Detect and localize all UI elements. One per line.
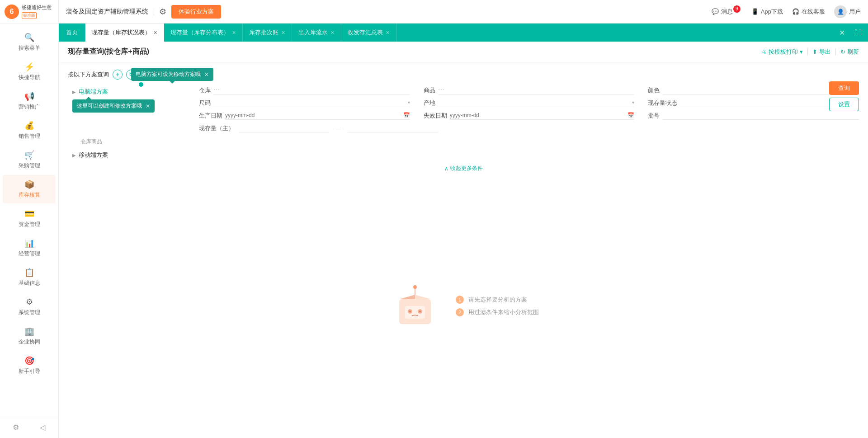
sidebar-item-label: 搜索菜单: [19, 44, 40, 52]
svg-point-4: [409, 311, 411, 312]
sidebar-logo: 6 畅捷通好生意 标准版: [0, 0, 58, 24]
field-origin-input[interactable]: [438, 99, 632, 106]
tab-close-all-btn[interactable]: ✕: [835, 26, 848, 39]
filter-row1: 仓库 ⋯ 商品 ⋯: [199, 86, 859, 94]
filter-add-scheme-btn[interactable]: +: [113, 70, 123, 80]
set-button[interactable]: 设置: [829, 98, 859, 111]
app-download-btn[interactable]: 📱 App下载: [751, 8, 783, 16]
tab-home[interactable]: 首页: [59, 24, 85, 42]
settings-gear-btn[interactable]: ⚙: [156, 5, 170, 19]
tab-inventory-dist-close[interactable]: ✕: [232, 30, 236, 36]
field-qty-from-input[interactable]: [239, 124, 329, 131]
size-dropdown-icon[interactable]: ▾: [408, 100, 410, 105]
header-left: 装备及固定资产辅助管理系统 ⚙ 体验行业方案: [66, 5, 221, 19]
tab-inventory-status[interactable]: 现存量（库存状况表） ✕: [85, 24, 164, 42]
tab-in-out-flow[interactable]: 出入库流水 ✕: [292, 24, 341, 42]
sidebar-item-purchase[interactable]: 🛒 采购管理: [3, 146, 56, 174]
sidebar-item-operation[interactable]: 📊 经营管理: [3, 234, 56, 262]
field-size-input[interactable]: [213, 99, 408, 106]
template-print-btn[interactable]: 🖨 按模板打印 ▾: [761, 48, 803, 56]
tooltip-scheme-create-close[interactable]: ✕: [146, 103, 150, 109]
field-production-date-label: 生产日期: [199, 112, 222, 120]
field-inventory-status: 现存量状态 ▾: [648, 99, 859, 107]
field-expiry-date-input[interactable]: [450, 112, 628, 118]
collapse-row: ∧ 收起更多条件: [68, 161, 859, 174]
collapse-btn[interactable]: ∧ 收起更多条件: [444, 165, 483, 172]
empty-illustration: [388, 279, 442, 333]
product-dots-icon[interactable]: ⋯: [438, 86, 444, 93]
scheme-desktop-label: 电脑端方案: [79, 88, 108, 96]
field-production-date-control[interactable]: 📅: [225, 112, 410, 120]
tab-inventory-dist[interactable]: 现存量（库存分布表） ✕: [164, 24, 243, 42]
message-icon: 💬: [712, 8, 719, 15]
empty-state: 1 请先选择要分析的方案 2 用过滤条件来缩小分析范围: [59, 174, 868, 438]
sidebar-item-marketing[interactable]: 📢 营销推广: [3, 87, 56, 115]
field-size-control[interactable]: ▾: [213, 99, 410, 107]
tab-inventory-status-close[interactable]: ✕: [153, 30, 157, 36]
sidebar-item-quick-nav[interactable]: ⚡ 快捷导航: [3, 57, 56, 86]
production-date-cal-icon[interactable]: 📅: [403, 112, 410, 118]
field-qty-from-control[interactable]: [239, 124, 329, 132]
refresh-btn[interactable]: ↻ 刷新: [840, 48, 859, 56]
sidebar-item-basic[interactable]: 📋 基础信息: [3, 263, 56, 292]
building-icon: 🏢: [24, 326, 34, 336]
export-btn[interactable]: ⬆ 导出: [812, 48, 831, 56]
field-production-date: 生产日期 📅: [199, 112, 410, 120]
sidebar-item-inventory[interactable]: 📦 库存核算: [3, 175, 56, 203]
field-expiry-date-control[interactable]: 📅: [450, 112, 635, 120]
app-download-label: App下载: [761, 8, 783, 16]
sidebar-item-finance[interactable]: 💳 资金管理: [3, 204, 56, 233]
logo-badge: 标准版: [22, 12, 37, 19]
field-batch-no-label: 批号: [648, 112, 660, 120]
sidebar-item-enterprise[interactable]: 🏢 企业协同: [3, 322, 56, 350]
sidebar-item-sales[interactable]: 💰 销售管理: [3, 116, 56, 145]
tab-in-out-flow-close[interactable]: ✕: [330, 30, 335, 36]
search-button[interactable]: 查询: [829, 81, 859, 95]
industry-plan-button[interactable]: 体验行业方案: [171, 5, 221, 19]
collapse-sidebar-btn[interactable]: ◁: [36, 421, 49, 433]
field-batch-no-input[interactable]: [662, 112, 859, 118]
settings-bottom-btn[interactable]: ⚙: [9, 421, 22, 433]
hint-num-2: 2: [456, 308, 464, 316]
field-qty-to-input[interactable]: [348, 124, 438, 131]
collapse-up-icon: ∧: [444, 165, 448, 172]
origin-dropdown-icon[interactable]: ▾: [632, 100, 634, 105]
warehouse-dots-icon[interactable]: ⋯: [213, 86, 220, 93]
tooltip-scheme-mobile-close[interactable]: ✕: [204, 71, 209, 78]
field-origin-control[interactable]: ▾: [438, 99, 635, 107]
online-service-btn[interactable]: 🎧 在线客服: [792, 8, 825, 16]
sidebar-item-newbie[interactable]: 🎯 新手引导: [3, 351, 56, 380]
field-warehouse-control[interactable]: ⋯: [213, 86, 410, 94]
refresh-icon: ↻: [840, 48, 845, 55]
tooltip-scheme-mobile-text: 电脑方案可设为移动方案哦: [136, 71, 201, 78]
field-production-date-input[interactable]: [225, 112, 403, 118]
field-qty-label: 现存量（主）: [199, 124, 234, 132]
tab-expand-btn[interactable]: ⛶: [852, 26, 864, 39]
sidebar-item-system[interactable]: ⚙ 系统管理: [3, 292, 56, 321]
field-product-control[interactable]: ⋯: [438, 86, 635, 94]
field-color-input[interactable]: [662, 86, 857, 93]
dropdown-arrow-icon: ▾: [800, 48, 803, 55]
sidebar-item-label: 资金管理: [19, 221, 40, 228]
messages-btn[interactable]: 💬 消息 9: [712, 8, 742, 16]
tab-recv-send-summary[interactable]: 收发存汇总表 ✕: [341, 24, 396, 42]
sidebar-item-label: 采购管理: [19, 162, 40, 170]
tab-recv-send-summary-close[interactable]: ✕: [386, 30, 390, 36]
field-inventory-status-label: 现存量状态: [648, 99, 677, 107]
filter-row2: 尺码 ▾ 产地 ▾: [199, 99, 859, 107]
scheme-tree: ▶ 电脑端方案 这里可以创建和修改方案哦 ✕ 仓库商品: [72, 86, 194, 161]
logo-text: 畅捷通好生意: [22, 4, 52, 10]
tab-recv-send-summary-label: 收发存汇总表: [348, 28, 383, 37]
template-print-label: 按模板打印: [769, 48, 798, 56]
collapse-label: 收起更多条件: [450, 165, 483, 172]
tab-batch-account[interactable]: 库存批次账 ✕: [243, 24, 292, 42]
field-qty-to-control[interactable]: [348, 124, 438, 132]
scheme-tree-item-mobile[interactable]: ▶ 移动端方案: [72, 149, 194, 161]
expiry-date-cal-icon[interactable]: 📅: [627, 112, 634, 118]
tab-batch-account-close[interactable]: ✕: [281, 30, 285, 36]
user-profile-btn[interactable]: 👤 用户: [834, 5, 861, 18]
sidebar-item-search[interactable]: 🔍 搜索菜单: [3, 28, 56, 57]
scheme-tree-item-desktop[interactable]: ▶ 电脑端方案: [72, 86, 194, 98]
tab-inventory-dist-label: 现存量（库存分布表）: [170, 28, 229, 37]
field-batch-no-control[interactable]: [662, 112, 859, 120]
